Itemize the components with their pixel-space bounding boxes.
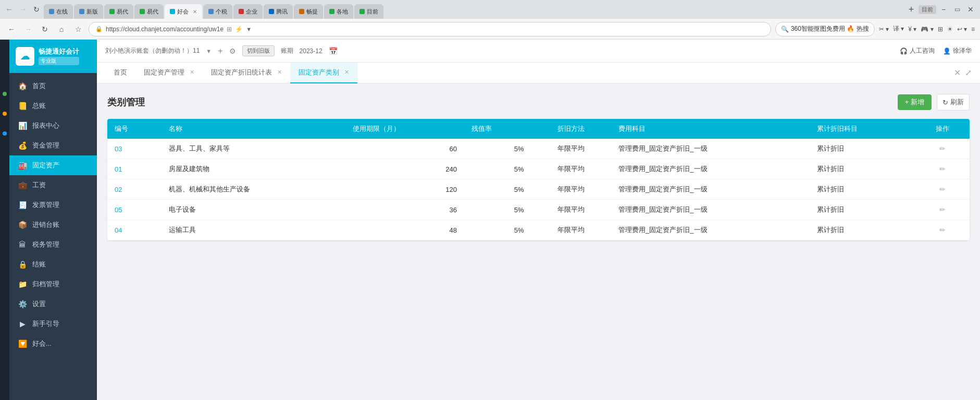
sidebar-item-reports[interactable]: 📊报表中心 [9,116,97,136]
browser-tab-4[interactable]: 好会✕ [165,4,202,19]
switch-version-btn[interactable]: 切到旧版 [242,45,275,56]
cell-method: 年限平均 [531,159,612,179]
support-btn[interactable]: 🎧 人工咨询 [900,46,935,55]
code-link[interactable]: 02 [115,186,122,193]
cell-residual: 5% [464,139,531,159]
col-header-accum: 累计折旧科目 [810,119,915,139]
back-btn2[interactable]: ↩ ▾ [957,26,967,33]
browser-maximize-btn[interactable]: ▭ [951,3,963,16]
sidebar-label-ledger: 总账 [32,101,46,111]
edit-btn[interactable]: ✏ [939,226,946,234]
sidebar-item-fixed[interactable]: 🏭固定资产 [9,155,97,175]
browser-tab-5[interactable]: 个税 [203,4,232,19]
secure-icon: 🔒 [95,26,103,32]
game-btn[interactable]: 🎮 ▾ [921,26,933,33]
sidebar-item-tax[interactable]: 🏛税务管理 [9,235,97,254]
sidebar-icon-fixed: 🏭 [18,161,27,170]
page-tab-fixed-mgmt[interactable]: 固定资产管理✕ [135,63,203,83]
header-right: 🎧 人工咨询 👤 徐泽华 [900,46,972,55]
code-link[interactable]: 03 [115,145,122,153]
calendar-icon[interactable]: 📅 [329,47,338,55]
cell-method: 年限平均 [531,139,612,159]
edge-indicator-orange [3,112,7,116]
new-tab-btn[interactable]: + [905,3,917,16]
bookmark-btn[interactable]: ☆ [72,23,84,35]
browser-tab-7[interactable]: 腾讯 [264,4,293,19]
currency-btn[interactable]: ¥ ▾ [908,26,916,33]
sidebar-item-invoice[interactable]: 🧾发票管理 [9,195,97,215]
browser-tab-1[interactable]: 新版 [74,4,103,19]
sidebar-item-archive[interactable]: 📁归档管理 [9,274,97,294]
page-reload-btn[interactable]: ↻ [39,23,51,35]
sidebar-item-inventory[interactable]: 📦进销台账 [9,215,97,235]
browser-toolbar: ← → ↻ ⌂ ☆ 🔒 https://cloud.chanjet.com/ac… [0,19,980,40]
browser-tab-8[interactable]: 畅提 [294,4,323,19]
sidebar-item-guide[interactable]: ▶新手引导 [9,314,97,334]
sidebar-item-payroll[interactable]: 💼工资 [9,175,97,195]
tab-minimize-icon[interactable]: ✕ [954,68,961,78]
page-tab-close-${tab.id}[interactable]: ✕ [190,69,194,76]
cell-residual: 5% [464,159,531,179]
sidebar-item-ledger[interactable]: 📒总账 [9,96,97,116]
page-tab-fixed-cat[interactable]: 固定资产类别✕ [290,63,357,83]
edit-btn[interactable]: ✏ [939,205,946,214]
tab-close-icon[interactable]: ✕ [193,9,197,15]
browser-back-btn[interactable]: ← [3,3,16,16]
address-dropdown-icon[interactable]: ▼ [246,26,252,32]
edit-btn[interactable]: ✏ [939,165,946,173]
browser-tab-10[interactable]: 目前 [354,4,383,19]
cell-expense: 管理费用_固定资产折旧_一级 [611,179,810,200]
cell-accum: 累计折旧 [810,159,915,179]
browser-forward-btn[interactable]: → [17,3,29,16]
add-account-btn[interactable]: + [218,46,222,56]
edge-indicator-green [3,92,7,96]
edit-btn[interactable]: ✏ [939,185,946,193]
browser-tab-2[interactable]: 易代 [104,4,133,19]
user-avatar-btn[interactable]: 👤 徐泽华 [943,46,972,55]
menu-btn[interactable]: ≡ [971,26,975,33]
page-tab-home[interactable]: 首页 [105,63,135,83]
sidebar-item-more[interactable]: 🔽好会... [9,334,97,354]
sidebar-item-funds[interactable]: 💰资金管理 [9,136,97,155]
address-bar[interactable]: 🔒 https://cloud.chanjet.com/accounting/u… [89,22,771,37]
edit-btn[interactable]: ✏ [939,144,946,153]
app-header: 刘小艳演示账套（勿删勿动！）11 ▼ + ⚙ 切到旧版 账期 2023-12 📅… [97,40,980,63]
page-tab-fixed-dep[interactable]: 固定资产折旧统计表✕ [203,63,290,83]
page-tab-close-${tab.id}[interactable]: ✕ [277,69,282,76]
page-forward-btn[interactable]: → [22,23,34,35]
settings-gear-icon[interactable]: ⚙ [229,47,236,55]
browser-tab-6[interactable]: 企业 [233,4,263,19]
code-link[interactable]: 01 [115,165,122,173]
browser-minimize-btn[interactable]: − [937,3,950,16]
sidebar-item-closing[interactable]: 🔒结账 [9,254,97,274]
page-home-btn[interactable]: ⌂ [55,23,68,35]
browser-close-btn[interactable]: ✕ [964,3,977,16]
sidebar-label-invoice: 发票管理 [32,200,59,210]
tab-expand-icon[interactable]: ⤢ [965,68,972,78]
cut-btn[interactable]: ✂ ▾ [879,26,889,33]
refresh-btn[interactable]: ↻ 刷新 [937,94,970,111]
page-tab-close-${tab.id}[interactable]: ✕ [344,69,349,76]
translate-btn[interactable]: 译 ▾ [893,25,904,33]
sidebar-label-guide: 新手引导 [32,319,59,329]
cell-method: 年限平均 [531,179,612,200]
code-link[interactable]: 05 [115,206,122,214]
browser-tab-3[interactable]: 易代 [134,4,164,19]
brightness-btn[interactable]: ☀ [947,26,953,33]
sidebar-item-home[interactable]: 🏠首页 [9,76,97,96]
add-btn[interactable]: + 新增 [898,94,932,110]
cell-lifespan: 36 [345,200,464,220]
grid-btn[interactable]: ⊞ [938,26,943,33]
browser-refresh-btn[interactable]: ↻ [30,3,43,16]
browser-tab-0[interactable]: 在线 [44,4,73,19]
code-link[interactable]: 04 [115,226,122,234]
browser-tab-9[interactable]: 各地 [324,4,353,19]
dropdown-icon[interactable]: ▼ [206,48,212,54]
sidebar-label-home: 首页 [32,81,46,91]
cell-expense: 管理费用_固定资产折旧_一级 [611,200,810,220]
sidebar-item-settings[interactable]: ⚙️设置 [9,294,97,314]
sidebar-icon-more: 🔽 [18,339,27,348]
page-back-btn[interactable]: ← [5,23,18,35]
headphone-icon: 🎧 [900,47,908,55]
search-bar[interactable]: 🔍 360智能抠图免费用 🔥 热搜 [775,22,875,37]
